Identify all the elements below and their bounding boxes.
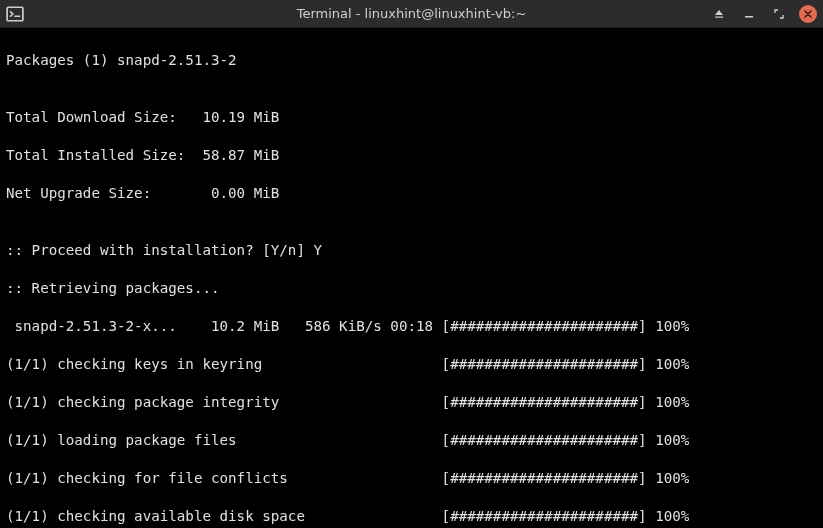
terminal-app-icon [6,5,24,23]
output-line: Packages (1) snapd-2.51.3-2 [6,51,817,70]
output-line: Total Installed Size: 58.87 MiB [6,146,817,165]
close-button[interactable] [799,5,817,23]
window-title: Terminal - linuxhint@linuxhint-vb:~ [0,6,823,21]
maximize-icon[interactable] [769,4,789,24]
output-line: Total Download Size: 10.19 MiB [6,108,817,127]
output-line: (1/1) checking for file conflicts [#####… [6,469,817,488]
output-line: (1/1) loading package files [###########… [6,431,817,450]
window-controls [709,4,817,24]
svg-rect-1 [715,16,723,17]
output-line: (1/1) checking keys in keyring [########… [6,355,817,374]
output-line: (1/1) checking available disk space [###… [6,507,817,526]
keep-above-icon[interactable] [709,4,729,24]
terminal-output[interactable]: Packages (1) snapd-2.51.3-2 Total Downlo… [0,28,823,528]
output-line: Net Upgrade Size: 0.00 MiB [6,184,817,203]
titlebar: Terminal - linuxhint@linuxhint-vb:~ [0,0,823,28]
svg-rect-0 [7,7,23,21]
output-line: :: Retrieving packages... [6,279,817,298]
minimize-icon[interactable] [739,4,759,24]
output-line: :: Proceed with installation? [Y/n] Y [6,241,817,260]
output-line: snapd-2.51.3-2-x... 10.2 MiB 586 KiB/s 0… [6,317,817,336]
output-line: (1/1) checking package integrity [######… [6,393,817,412]
svg-rect-2 [745,16,753,18]
